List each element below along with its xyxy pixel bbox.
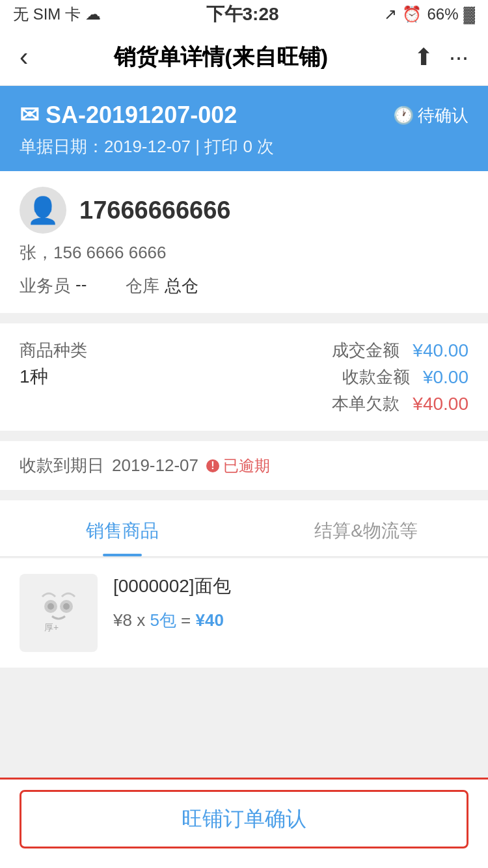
customer-card: 👤 17666666666 张，156 6666 6666 业务员 -- 仓库 … bbox=[0, 171, 488, 313]
overdue-badge: ! 已逾期 bbox=[206, 455, 270, 476]
battery-icon: ▓ bbox=[463, 5, 475, 23]
due-date: 2019-12-07 bbox=[112, 455, 198, 476]
status-right: ↗ ⏰ 66% ▓ bbox=[384, 5, 475, 23]
no-sim-text: 无 SIM 卡 ☁ bbox=[13, 4, 101, 25]
price-quantity: 5包 bbox=[150, 610, 176, 630]
warehouse-label: 仓库 bbox=[126, 275, 159, 297]
price-total: ¥40 bbox=[196, 610, 224, 630]
tabs-row: 销售商品 结算&物流等 bbox=[0, 500, 488, 557]
svg-point-3 bbox=[63, 603, 70, 610]
summary-card: 商品种类 1种 成交金额 ¥40.00 收款金额 ¥0.00 本单欠款 ¥40.… bbox=[0, 323, 488, 431]
order-id: ✉ SA-20191207-002 bbox=[20, 102, 237, 129]
salesman-item: 业务员 -- bbox=[20, 275, 87, 297]
svg-text:厚+: 厚+ bbox=[44, 622, 59, 632]
balance-row: 本单欠款 ¥40.00 bbox=[332, 392, 468, 415]
product-price: ¥8 x 5包 = ¥40 bbox=[113, 609, 468, 632]
page-title: 销货单详情(来自旺铺) bbox=[114, 42, 328, 72]
overdue-icon: ! bbox=[206, 459, 219, 472]
balance-label: 本单欠款 bbox=[332, 392, 400, 415]
product-logo-icon: 厚+ bbox=[33, 584, 85, 642]
product-info: [0000002]面包 ¥8 x 5包 = ¥40 bbox=[113, 574, 468, 632]
order-icon: ✉ bbox=[20, 102, 39, 129]
tabs-container: 销售商品 结算&物流等 bbox=[0, 500, 488, 557]
due-card: 收款到期日 2019-12-07 ! 已逾期 bbox=[0, 441, 488, 490]
product-name: [0000002]面包 bbox=[113, 574, 468, 599]
payment-row: 收款金额 ¥0.00 bbox=[342, 366, 468, 388]
battery-text: 66% bbox=[427, 5, 458, 23]
customer-meta: 业务员 -- 仓库 总仓 bbox=[20, 275, 468, 297]
tab-sales-products[interactable]: 销售商品 bbox=[0, 500, 244, 556]
balance-value: ¥40.00 bbox=[413, 394, 468, 414]
product-thumbnail: 厚+ bbox=[20, 574, 98, 652]
price-multiplier: x bbox=[137, 610, 145, 630]
confirm-order-button[interactable]: 旺铺订单确认 bbox=[20, 790, 468, 848]
due-label: 收款到期日 bbox=[20, 454, 104, 477]
order-header: ✉ SA-20191207-002 🕐 待确认 单据日期：2019-12-07 … bbox=[0, 86, 488, 171]
svg-point-2 bbox=[47, 603, 54, 610]
avatar: 👤 bbox=[20, 187, 66, 234]
payment-value: ¥0.00 bbox=[423, 367, 468, 388]
warehouse-value: 总仓 bbox=[165, 275, 198, 297]
customer-phone: 17666666666 bbox=[79, 197, 230, 224]
price-equals: = bbox=[181, 610, 191, 630]
order-date: 单据日期：2019-12-07 | 打印 0 次 bbox=[20, 135, 468, 158]
back-button[interactable]: ‹ bbox=[20, 42, 28, 72]
transaction-value: ¥40.00 bbox=[413, 340, 468, 361]
status-time: 下午3:28 bbox=[206, 2, 279, 27]
order-status: 🕐 待确认 bbox=[393, 104, 468, 127]
status-left: 无 SIM 卡 ☁ bbox=[13, 4, 101, 25]
transaction-label: 成交金额 bbox=[332, 339, 400, 362]
amounts: 成交金额 ¥40.00 收款金额 ¥0.00 本单欠款 ¥40.00 bbox=[332, 339, 468, 415]
customer-name: 张，156 6666 6666 bbox=[20, 241, 468, 264]
bottom-bar: 旺铺订单确认 bbox=[0, 778, 488, 868]
location-icon: ↗ bbox=[384, 5, 397, 23]
overdue-text: 已逾期 bbox=[223, 455, 270, 476]
product-types: 商品种类 1种 bbox=[20, 339, 87, 389]
alarm-icon: ⏰ bbox=[402, 5, 422, 23]
warehouse-item: 仓库 总仓 bbox=[126, 275, 198, 297]
share-icon[interactable]: ⬆ bbox=[414, 44, 433, 71]
payment-label: 收款金额 bbox=[342, 366, 410, 388]
transaction-row: 成交金额 ¥40.00 bbox=[332, 339, 468, 362]
salesman-value: -- bbox=[75, 275, 87, 297]
clock-icon: 🕐 bbox=[393, 105, 414, 126]
price-unit: ¥8 bbox=[113, 610, 132, 630]
nav-actions: ⬆ ··· bbox=[414, 44, 468, 71]
nav-bar: ‹ 销货单详情(来自旺铺) ⬆ ··· bbox=[0, 29, 488, 86]
product-card: 厚+ [0000002]面包 ¥8 x 5包 = ¥40 bbox=[0, 558, 488, 668]
status-bar: 无 SIM 卡 ☁ 下午3:28 ↗ ⏰ 66% ▓ bbox=[0, 0, 488, 29]
tab-settlement-logistics[interactable]: 结算&物流等 bbox=[244, 500, 488, 556]
user-icon: 👤 bbox=[27, 195, 59, 226]
product-types-label: 商品种类 bbox=[20, 339, 87, 362]
product-types-value: 1种 bbox=[20, 364, 87, 389]
salesman-label: 业务员 bbox=[20, 275, 70, 297]
more-icon[interactable]: ··· bbox=[449, 44, 468, 71]
